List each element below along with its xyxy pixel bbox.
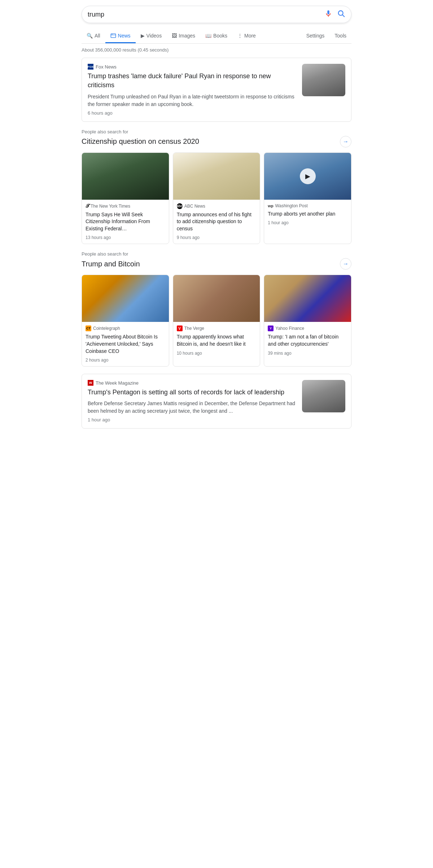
article-body-wp: wp Washington Post Trump aborts yet anot… xyxy=(264,200,351,229)
article-time-verge: 10 hours ago xyxy=(177,351,257,356)
article-img-wp: ▶ xyxy=(264,153,351,200)
top-article-snippet: President Trump unleashed on Paul Ryan i… xyxy=(88,93,298,108)
article-img-yahoo xyxy=(264,275,351,322)
top-article-title[interactable]: Trump trashes 'lame duck failure' Paul R… xyxy=(88,72,298,90)
article-title-nyt[interactable]: Trump Says He Will Seek Citizenship Info… xyxy=(86,211,165,232)
article-title-abc[interactable]: Trump announces end of his fight to add … xyxy=(177,211,257,232)
section1-label: People also search for xyxy=(82,129,351,134)
article-card-wp: ▶ wp Washington Post Trump aborts yet an… xyxy=(264,152,351,244)
article-card-abc: abc ABC News Trump announces end of his … xyxy=(173,152,261,244)
tab-videos[interactable]: ▶ Videos xyxy=(136,29,167,43)
section2-label: People also search for xyxy=(82,251,351,257)
week-magazine-logo: W xyxy=(88,380,93,386)
tab-news[interactable]: News xyxy=(105,29,136,43)
more-tab-icon: ⋮ xyxy=(237,33,242,39)
wp-logo: wp xyxy=(268,204,273,208)
play-button-wp[interactable]: ▶ xyxy=(300,168,316,184)
bottom-article-time: 1 hour ago xyxy=(88,417,298,422)
search-icons xyxy=(324,10,345,19)
mic-icon[interactable] xyxy=(324,10,332,19)
section1-arrow[interactable]: → xyxy=(340,136,351,147)
results-count: About 356,000,000 results (0.45 seconds) xyxy=(82,47,351,53)
article-img-ct xyxy=(82,275,169,322)
top-article-source: FOX Fox News xyxy=(88,64,298,70)
bottom-article-content: W The Week Magazine Trump's Pentagon is … xyxy=(88,380,298,422)
section1-title-row: Citizenship question on census 2020 → xyxy=(82,136,351,147)
article-img-abc-placeholder xyxy=(173,153,260,200)
nav-right: Settings Tools xyxy=(301,29,351,43)
article-title-wp[interactable]: Trump aborts yet another plan xyxy=(268,211,347,218)
nyt-logo: 𝒯 xyxy=(86,203,89,209)
verge-logo: V xyxy=(177,326,183,331)
article-card-ct: CT Cointelegraph Trump Tweeting About Bi… xyxy=(82,275,169,367)
article-title-verge[interactable]: Trump apparently knows what Bitcoin is, … xyxy=(177,333,257,347)
news-tab-icon xyxy=(110,32,116,39)
section2-articles-grid: CT Cointelegraph Trump Tweeting About Bi… xyxy=(82,275,351,367)
article-title-yahoo[interactable]: Trump: 'I am not a fan of bitcoin and ot… xyxy=(268,333,347,347)
svg-rect-2 xyxy=(111,34,115,38)
article-time-ct: 2 hours ago xyxy=(86,358,165,363)
top-article-img xyxy=(302,64,345,96)
svg-line-1 xyxy=(342,15,344,17)
tab-tools[interactable]: Tools xyxy=(329,29,351,43)
bottom-article-title[interactable]: Trump's Pentagon is setting all sorts of… xyxy=(88,388,298,397)
tab-images[interactable]: 🖼 Images xyxy=(167,29,200,43)
videos-tab-icon: ▶ xyxy=(141,33,145,39)
bottom-article-thumbnail xyxy=(302,380,345,412)
section2: People also search for Trump and Bitcoin… xyxy=(82,251,351,367)
tab-settings[interactable]: Settings xyxy=(301,29,330,43)
tab-all[interactable]: 🔍 All xyxy=(82,29,105,43)
bottom-article-snippet: Before Defense Secretary James Mattis re… xyxy=(88,400,298,415)
article-body-yahoo: Y Yahoo Finance Trump: 'I am not a fan o… xyxy=(264,322,351,359)
article-time-wp: 1 hour ago xyxy=(268,220,347,225)
yahoo-logo: Y xyxy=(268,326,274,331)
bottom-article-card: W The Week Magazine Trump's Pentagon is … xyxy=(82,374,351,429)
top-article-thumbnail xyxy=(302,64,345,96)
ct-logo: CT xyxy=(86,326,91,331)
top-article-content: FOX Fox News Trump trashes 'lame duck fa… xyxy=(88,64,298,115)
section2-title-row: Trump and Bitcoin → xyxy=(82,258,351,270)
tab-more[interactable]: ⋮ More xyxy=(232,29,261,43)
top-article-card: FOX Fox News Trump trashes 'lame duck fa… xyxy=(82,58,351,121)
bottom-article-img xyxy=(302,380,345,412)
article-source-wp: wp Washington Post xyxy=(268,203,347,208)
search-bar: trump xyxy=(82,6,351,23)
article-body-abc: abc ABC News Trump announces end of his … xyxy=(173,200,260,244)
section2-title[interactable]: Trump and Bitcoin xyxy=(82,260,140,268)
top-article-time: 6 hours ago xyxy=(88,110,298,116)
section1-title[interactable]: Citizenship question on census 2020 xyxy=(82,137,199,146)
article-source-abc: abc ABC News xyxy=(177,203,257,209)
books-tab-icon: 📖 xyxy=(205,33,211,39)
article-body-nyt: 𝒯 The New York Times Trump Says He Will … xyxy=(82,200,169,244)
article-card-yahoo: Y Yahoo Finance Trump: 'I am not a fan o… xyxy=(264,275,351,367)
article-source-verge: V The Verge xyxy=(177,326,257,331)
article-body-ct: CT Cointelegraph Trump Tweeting About Bi… xyxy=(82,322,169,366)
images-tab-icon: 🖼 xyxy=(172,33,177,39)
article-source-ct: CT Cointelegraph xyxy=(86,326,165,331)
article-img-abc xyxy=(173,153,260,200)
article-img-nyt-placeholder xyxy=(82,153,169,200)
all-tab-icon: 🔍 xyxy=(87,33,93,39)
fox-news-logo: FOX xyxy=(88,64,93,70)
article-time-nyt: 13 hours ago xyxy=(86,235,165,240)
article-source-yahoo: Y Yahoo Finance xyxy=(268,326,347,331)
article-img-verge xyxy=(173,275,260,322)
section1-articles-grid: 𝒯 The New York Times Trump Says He Will … xyxy=(82,152,351,244)
section1: People also search for Citizenship quest… xyxy=(82,129,351,244)
search-icon[interactable] xyxy=(337,10,345,19)
tab-books[interactable]: 📖 Books xyxy=(200,29,232,43)
article-time-abc: 9 hours ago xyxy=(177,235,257,240)
bottom-article-source: W The Week Magazine xyxy=(88,380,298,386)
article-img-nyt xyxy=(82,153,169,200)
article-source-nyt: 𝒯 The New York Times xyxy=(86,203,165,209)
article-title-ct[interactable]: Trump Tweeting About Bitcoin Is 'Achieve… xyxy=(86,333,165,355)
section2-arrow[interactable]: → xyxy=(340,258,351,270)
search-input[interactable]: trump xyxy=(88,11,324,18)
nav-tabs: 🔍 All News ▶ Videos 🖼 Images 📖 Books ⋮ M… xyxy=(82,29,351,44)
article-card-nyt: 𝒯 The New York Times Trump Says He Will … xyxy=(82,152,169,244)
article-body-verge: V The Verge Trump apparently knows what … xyxy=(173,322,260,359)
abc-logo: abc xyxy=(177,203,183,209)
article-card-verge: V The Verge Trump apparently knows what … xyxy=(173,275,261,367)
article-time-yahoo: 39 mins ago xyxy=(268,351,347,356)
